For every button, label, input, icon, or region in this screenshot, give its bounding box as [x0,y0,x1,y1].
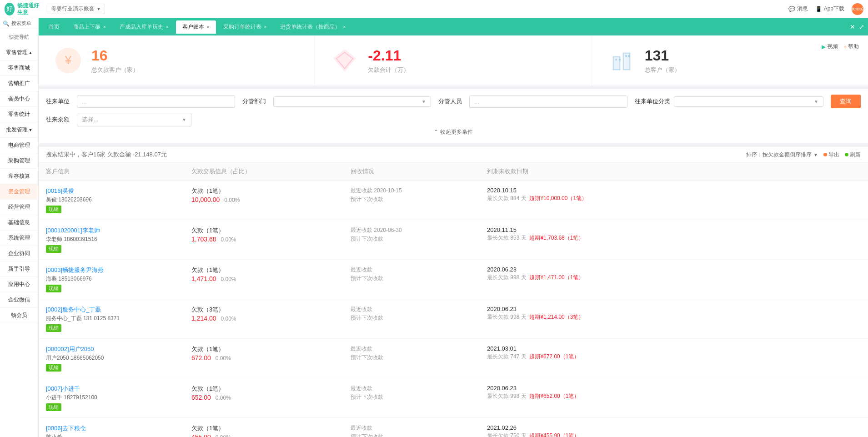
debt-row: 1,703.68 0.00% [191,235,351,243]
customer-name[interactable]: [0001020001]李老师 [46,226,191,235]
data-table: 客户信息 欠款交易信息（占比） 回收情况 到期未收款日期 [0016]吴俊 吴俊… [39,163,868,437]
stat-info-total-customers: 131 总客户（家） [645,47,680,74]
col-overdue-date: 到期未收款日期 [487,167,861,176]
customer-name[interactable]: [0006]去下粮仓 [46,424,191,432]
customer-name[interactable]: [0007]小进千 [46,385,191,393]
tab-production-close[interactable]: × [166,25,169,30]
tab-purchase-stats-close[interactable]: × [343,25,346,30]
store-name: 母婴行业演示账套 [51,5,95,13]
refresh-btn[interactable]: 刷新 [845,151,861,159]
results-bar: 搜索结果中，客户16家 欠款金额 -21,148.07元 排序：按欠款金额倒序排… [39,147,868,163]
next-payment: 预计下次收款 [351,314,487,322]
next-payment: 预计下次收款 [351,275,487,282]
avatar: demo2 [852,3,863,15]
debt-count: 欠款（1笔） [191,226,351,235]
debt-row: 1,214.00 0.00% [191,314,351,322]
debt-count: 欠款（1笔） [191,345,351,353]
overdue-amount[interactable]: 超期¥672.00（1笔） [529,353,579,360]
sidebar-item-ecommerce[interactable]: 电商管理 [0,138,38,153]
customer-phone: 陈小希 [46,433,191,437]
customer-tag: 现销 [46,285,61,292]
sidebar-item-retail-mgmt[interactable]: 零售管理 ▲ [0,45,38,60]
video-btn[interactable]: ▶ 视频 [822,43,838,50]
overdue-amount[interactable]: 超期¥1,471.00（1笔） [529,274,584,281]
sidebar-item-retail-mall[interactable]: 零售商城 [0,60,38,76]
collapse-label: 收起更多条件 [440,129,473,135]
results-actions: 排序：按欠款金额倒序排序 ▼ 导出 刷新 [746,151,861,159]
help-btn[interactable]: ○ 帮助 [843,43,859,50]
sidebar-item-member[interactable]: 会员中心 [0,91,38,107]
overdue-amount[interactable]: 超期¥1,703.68（1笔） [529,235,584,241]
sidebar-item-wechat[interactable]: 企业微信 [0,292,38,308]
message-label: 消息 [797,5,808,13]
app-download-btn[interactable]: 📱 App下载 [815,5,844,13]
debt-amount: 1,214.00 [191,315,216,322]
sidebar-item-app-center[interactable]: 应用中心 [0,277,38,292]
sidebar-item-guide[interactable]: 新手引导 [0,261,38,277]
person-input[interactable]: ... [469,95,627,108]
sidebar-item-member2[interactable]: 畅会员 [0,308,38,323]
expand-btn[interactable]: ⤢ [859,23,864,30]
source-unit-input[interactable]: ... [77,95,235,108]
source-unit-value: ... [82,98,87,105]
store-selector[interactable]: 母婴行业演示账套 ▼ [47,4,105,14]
filter-row-2: 往来余额 选择... ▼ [46,113,861,126]
customer-name[interactable]: [000002]用户2050 [46,345,191,353]
search-menu-btn[interactable]: 🔍 搜索菜单 [0,18,38,29]
user-btn[interactable]: demo2 [852,3,863,15]
message-btn[interactable]: 💬 消息 [788,5,808,13]
tab-home[interactable]: 首页 [42,20,66,34]
tab-products-close[interactable]: × [103,25,106,30]
customer-cell: [0016]吴俊 吴俊 13026203696 现销 [46,187,191,213]
customer-name[interactable]: [0002]服务中心_丁磊 [46,306,191,314]
tab-customer-account[interactable]: 客户账本 × [176,20,216,34]
yuan-icon: ¥ [52,45,84,76]
sidebar-item-collab[interactable]: 企业协同 [0,246,38,261]
debt-pct: 0.00% [216,395,231,401]
overdue-cell: 2020.11.15 最长欠款 853 天 超期¥1,703.68（1笔） [487,226,861,242]
sidebar-item-batch-mgmt[interactable]: 批发管理 ▼ [0,122,38,138]
customer-name[interactable]: [0016]吴俊 [46,187,191,195]
overdue-amount[interactable]: 超期¥652.00（1笔） [529,393,579,399]
unit-category-input[interactable]: ▼ [674,96,824,107]
sidebar-item-inventory[interactable]: 库存核算 [0,169,38,184]
tab-production[interactable]: 产成品入库单历史 × [113,20,175,34]
tab-customer-account-close[interactable]: × [207,25,210,30]
search-button[interactable]: 查询 [831,95,861,108]
debt-count: 欠款（3笔） [191,306,351,314]
tab-products[interactable]: 商品上下架 × [67,20,112,34]
help-label: 帮助 [848,43,859,50]
stat-card-debt-amount: -2.11 欠款合计（万） [315,35,592,85]
overdue-amount[interactable]: 超期¥1,214.00（3笔） [529,314,584,320]
collapse-filters-btn[interactable]: ⌃ 收起更多条件 [46,126,861,138]
table-header: 客户信息 欠款交易信息（占比） 回收情况 到期未收款日期 [39,163,868,181]
sidebar-item-marketing[interactable]: 营销推广 [0,76,38,91]
tab-purchase-stats[interactable]: 进货单统计表（按商品） × [274,20,352,34]
debt-amount-label: 欠款合计（万） [368,66,409,74]
tab-purchase-order-close[interactable]: × [264,25,267,30]
overdue-amount[interactable]: 超期¥455.90（1笔） [529,432,579,437]
sidebar-item-retail-stats[interactable]: 零售统计 [0,107,38,122]
customer-phone: 吴俊 13026203696 [46,196,191,204]
due-date: 2020.11.15 [487,226,861,233]
overdue-amount[interactable]: 超期¥10,000.00（1笔） [529,195,587,201]
quick-nav[interactable]: 快捷导航 [0,29,38,45]
sort-btn[interactable]: 排序：按欠款金额倒序排序 ▼ [746,151,818,159]
debt-cell: 欠款（3笔） 1,214.00 0.00% [191,306,351,322]
due-date: 2021.03.01 [487,345,861,352]
customer-name[interactable]: [0003]畅捷服务尹海燕 [46,266,191,274]
export-btn[interactable]: 导出 [823,151,839,159]
latest-payment: 最近收款 2020-10-15 [351,187,487,195]
balance-input[interactable]: 选择... ▼ [77,113,191,126]
sidebar-item-operations[interactable]: 经营管理 [0,200,38,215]
recovery-cell: 最近收款 2020-10-15 预计下次收款 [351,187,487,203]
sidebar-item-purchase[interactable]: 采购管理 [0,153,38,169]
dept-input[interactable]: ▼ [273,96,431,107]
sidebar-item-basic-info[interactable]: 基础信息 [0,215,38,231]
sidebar-item-finance[interactable]: 资金管理 [0,184,38,200]
customer-cell: [0003]畅捷服务尹海燕 海燕 18513066976 现销 [46,266,191,292]
debt-count: 欠款（1笔） [191,385,351,393]
tab-purchase-order[interactable]: 采购订单统计表 × [217,20,273,34]
sidebar-item-system[interactable]: 系统管理 [0,231,38,246]
close-all-btn[interactable]: ✕ [850,23,855,30]
